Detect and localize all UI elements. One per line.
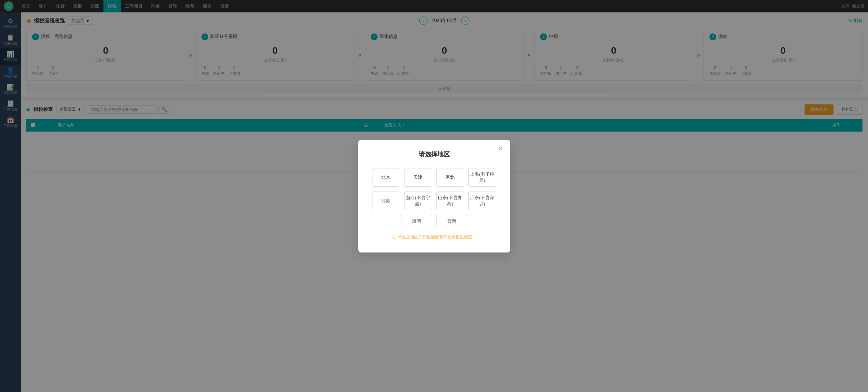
region-grid-row1: 北京 天津 河北 上海(电子税局) [372,168,496,187]
warning-text: 除以上地区外其他地区暂不支持报税检查！ [398,234,476,240]
region-btn-jiangsu[interactable]: 江苏 [372,192,400,210]
region-btn-shanghai[interactable]: 上海(电子税局) [468,168,496,187]
region-btn-guangdong[interactable]: 广东(不含深圳) [468,192,496,210]
modal-title: 请选择地区 [372,150,496,158]
region-grid-row2: 江苏 浙江(不含宁波) 山东(不含青岛) 广东(不含深圳) [372,192,496,210]
region-btn-hainan[interactable]: 海南 [401,215,432,227]
region-btn-hebei[interactable]: 河北 [436,168,464,187]
region-btn-yunnan[interactable]: 云南 [436,215,467,227]
region-btn-shandong[interactable]: 山东(不含青岛) [436,192,464,210]
region-btn-zhejiang[interactable]: 浙江(不含宁波) [404,192,432,210]
region-select-modal: ✕ 请选择地区 北京 天津 河北 上海(电子税局) 江苏 浙江(不含宁波) 山东… [358,140,510,252]
modal-overlay: ✕ 请选择地区 北京 天津 河北 上海(电子税局) 江苏 浙江(不含宁波) 山东… [0,0,868,392]
region-grid-row3: 海南 云南 [372,215,496,227]
warning-icon: ⓘ [392,234,396,240]
region-btn-beijing[interactable]: 北京 [372,168,400,187]
region-btn-tianjin[interactable]: 天津 [404,168,432,187]
modal-warning: ⓘ 除以上地区外其他地区暂不支持报税检查！ [372,234,496,240]
modal-close-button[interactable]: ✕ [498,145,503,152]
